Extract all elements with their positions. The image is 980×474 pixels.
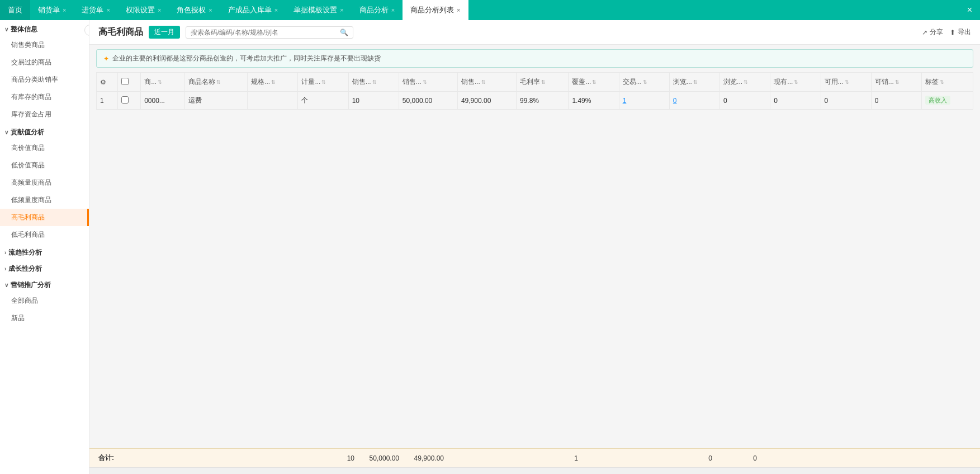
cell-tag-0: 高收入 [922, 92, 973, 110]
nav-close-purchase[interactable]: × [106, 7, 110, 13]
cell-coverage-0: 1.49% [569, 92, 619, 110]
sort-icon-views1: ⇅ [693, 79, 698, 85]
cell-salable_stock-0: 0 [871, 92, 921, 110]
sidebar-item-new-goods[interactable]: 新品 [0, 309, 89, 327]
sidebar-group-growth-analysis[interactable]: ›成长性分析 [0, 260, 89, 276]
row-checkbox-0[interactable] [121, 96, 129, 104]
sort-icon-spec: ⇅ [271, 79, 276, 85]
arrow-down-icon: ∨ [4, 282, 8, 288]
content-header: 高毛利商品 近一月 🔍 ↗ 分享 ⬆ 导出 [89, 20, 980, 45]
window-close-button[interactable]: × [959, 0, 980, 20]
header-actions: ↗ 分享 ⬆ 导出 [922, 27, 971, 37]
cell-views1-0[interactable]: 0 [669, 92, 719, 110]
cell-current_stock-0: 0 [770, 92, 821, 110]
nav-item-permissions[interactable]: 权限设置× [118, 0, 169, 20]
nav-item-analysis[interactable]: 商品分析× [352, 0, 403, 20]
search-box: 🔍 [186, 26, 353, 39]
footer-transactions: 1 [540, 454, 585, 462]
total-values: 10 50,000.00 49,900.00 1 0 0 [165, 454, 808, 462]
sidebar-item-high-value[interactable]: 高价值商品 [0, 139, 89, 157]
sidebar-group-label-marketing-analysis: 营销推广分析 [11, 280, 51, 290]
col-header-checkbox[interactable] [117, 73, 140, 92]
col-header-settings[interactable]: ⚙ [97, 73, 118, 92]
col-header-name[interactable]: 商品名称⇅ [184, 73, 247, 92]
time-filter-button[interactable]: 近一月 [149, 26, 180, 39]
sidebar-group-marketing-analysis[interactable]: ∨营销推广分析 [0, 276, 89, 292]
sidebar-group-trend-analysis[interactable]: ›流趋性分析 [0, 243, 89, 260]
col-header-transactions[interactable]: 交易...⇅ [619, 73, 669, 92]
sidebar-group-label-growth-analysis: 成长性分析 [8, 264, 42, 274]
sidebar-item-low-freq[interactable]: 低频量度商品 [0, 191, 89, 209]
col-header-spec[interactable]: 规格...⇅ [248, 73, 298, 92]
nav-item-purchase[interactable]: 进货单× [74, 0, 117, 20]
sidebar-item-inventory-goods[interactable]: 有库存的商品 [0, 88, 89, 106]
col-header-views2[interactable]: 浏览...⇅ [720, 73, 770, 92]
sidebar-group-asset-analysis[interactable]: ∨贡献值分析 [0, 123, 89, 139]
nav-item-home[interactable]: 首页 [0, 0, 30, 20]
share-button[interactable]: ↗ 分享 [922, 27, 943, 37]
search-input[interactable] [191, 29, 337, 36]
export-button[interactable]: ⬆ 导出 [950, 27, 971, 37]
footer-current-stock: 0 [674, 454, 719, 462]
nav-close-permissions[interactable]: × [158, 7, 161, 13]
table-wrapper: ⚙商...⇅商品名称⇅规格...⇅计量...⇅销售...⇅销售...⇅销售...… [89, 72, 980, 448]
col-header-sales_profit[interactable]: 销售...⇅ [457, 73, 516, 92]
select-all-checkbox[interactable] [121, 78, 129, 85]
col-header-available_stock[interactable]: 可用...⇅ [821, 73, 871, 92]
nav-item-product-entry[interactable]: 产成品入库单× [220, 0, 286, 20]
sidebar-item-sales-goods[interactable]: 销售类商品 [0, 36, 89, 54]
col-header-salable_stock[interactable]: 可销...⇅ [871, 73, 921, 92]
sidebar-item-analysis-helper[interactable]: 商品分类助销率 [0, 71, 89, 88]
info-banner: ✦ 企业的主要的利润都是这部分商品创造的，可考虑加大推广，同时关注库存是不要出现… [96, 49, 973, 68]
cell-margin_rate-0: 99.8% [517, 92, 569, 110]
nav-close-analysis-list[interactable]: × [457, 7, 460, 13]
col-header-tag[interactable]: 标签⇅ [922, 73, 973, 92]
nav-close-sales[interactable]: × [63, 7, 66, 13]
bottom-scrollbar[interactable] [89, 467, 980, 474]
sort-icon-tag: ⇅ [940, 79, 944, 85]
cell-index-0: 1 [97, 92, 118, 110]
sidebar-item-high-freq[interactable]: 高频量度商品 [0, 174, 89, 191]
arrow-right-icon: › [4, 266, 6, 272]
nav-close-template[interactable]: × [340, 7, 343, 13]
total-label: 合计: [98, 453, 165, 463]
nav-close-product-entry[interactable]: × [274, 7, 278, 13]
sort-icon-transactions: ⇅ [643, 79, 647, 85]
sort-icon-unit: ⇅ [321, 79, 326, 85]
footer-total: 合计: 10 50,000.00 49,900.00 1 0 0 [89, 448, 980, 467]
nav-item-roles[interactable]: 角色授权× [169, 0, 220, 20]
sidebar-group-label-asset-analysis: 贡献值分析 [11, 128, 44, 137]
cell-sales_profit-0: 49,900.00 [457, 92, 516, 110]
sort-icon-sales_amount: ⇅ [423, 79, 427, 85]
col-header-code[interactable]: 商...⇅ [141, 73, 185, 92]
footer-sales-profit: 49,900.00 [406, 454, 451, 462]
col-header-coverage[interactable]: 覆盖...⇅ [569, 73, 619, 92]
sort-icon-sales_profit: ⇅ [481, 79, 486, 85]
sidebar-group-overall[interactable]: ∨整体信息 [0, 20, 89, 36]
sort-icon-name: ⇅ [216, 79, 221, 85]
sidebar-item-low-margin[interactable]: 低毛利商品 [0, 226, 89, 243]
sort-icon-sales_count: ⇅ [372, 79, 377, 85]
sidebar-item-traded-goods[interactable]: 交易过的商品 [0, 54, 89, 71]
nav-close-roles[interactable]: × [209, 7, 212, 13]
table-row[interactable]: 10000...运费个1050,000.0049,900.0099.8%1.49… [97, 92, 973, 110]
cell-link-views1-0[interactable]: 0 [673, 97, 677, 105]
col-header-sales_amount[interactable]: 销售...⇅ [399, 73, 457, 92]
cell-name-0: 运费 [184, 92, 247, 110]
cell-transactions-0[interactable]: 1 [619, 92, 669, 110]
nav-item-template[interactable]: 单据模板设置× [286, 0, 351, 20]
sidebar-item-high-margin[interactable]: 高毛利商品 [0, 209, 89, 226]
sidebar-item-low-value[interactable]: 低价值商品 [0, 157, 89, 174]
col-header-margin_rate[interactable]: 毛利率⇅ [517, 73, 569, 92]
col-header-sales_count[interactable]: 销售...⇅ [348, 73, 399, 92]
cell-link-transactions-0[interactable]: 1 [623, 97, 627, 105]
nav-close-analysis[interactable]: × [391, 7, 395, 13]
col-header-current_stock[interactable]: 现有...⇅ [770, 73, 821, 92]
nav-item-sales[interactable]: 销货单× [30, 0, 74, 20]
col-header-unit[interactable]: 计量...⇅ [298, 73, 348, 92]
col-header-views1[interactable]: 浏览...⇅ [669, 73, 719, 92]
sidebar-item-all-goods[interactable]: 全部商品 [0, 292, 89, 309]
sort-icon-current_stock: ⇅ [794, 79, 798, 85]
nav-item-analysis-list[interactable]: 商品分析列表× [403, 0, 468, 20]
sidebar-item-inventory-capital[interactable]: 库存资金占用 [0, 106, 89, 123]
